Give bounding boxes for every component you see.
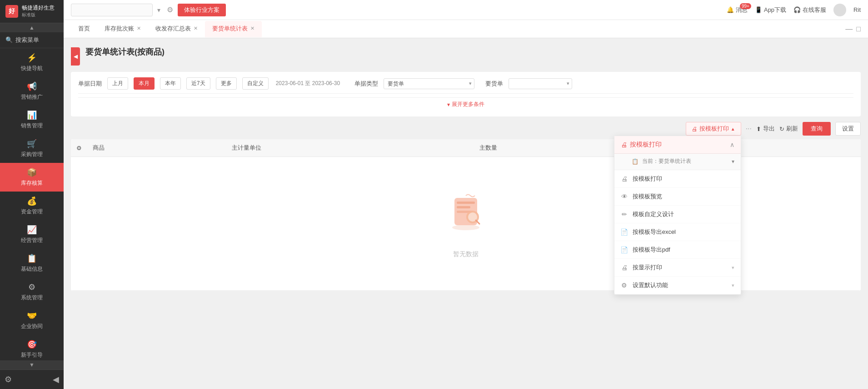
print-btn-label: 按模板打印	[699, 125, 729, 133]
empty-state-row: 暂无数据	[71, 157, 861, 291]
date-btn-more[interactable]: 更多	[216, 77, 237, 90]
sidebar-item-yingxiao[interactable]: 📢 营销推广	[0, 77, 64, 106]
sidebar-nav: ⚡ 快捷导航 📢 营销推广 📊 销售管理 🛒 采购管理 📦 库存核算 💰 资金管…	[0, 48, 64, 360]
dropdown-item-set-default[interactable]: ⚙ 设置默认功能 ▾	[614, 277, 741, 294]
sidebar-item-xinshou[interactable]: 🎯 新手引导	[0, 335, 64, 360]
sidebar-scroll-down[interactable]: ▼	[0, 360, 64, 369]
table-body: 暂无数据	[71, 157, 861, 291]
export-label: 导出	[763, 125, 775, 133]
excel-icon: 📄	[621, 228, 628, 236]
expand-icon: ▾	[447, 101, 450, 108]
base-info-icon: 📋	[27, 253, 37, 263]
headset-icon: 🎧	[793, 6, 801, 13]
type-select[interactable]: 要货单	[384, 78, 474, 89]
dropdown-item-label: 按模板导出pdf	[633, 246, 670, 254]
tab-home[interactable]: 首页	[71, 21, 97, 37]
yaohuodan-filter-label: 要货单	[485, 80, 503, 88]
user-avatar-item[interactable]	[833, 4, 846, 16]
table-container: ⚙ 商品 主计量单位 主数量 零售金额	[71, 139, 861, 291]
close-tab-yaohuo[interactable]: ✕	[250, 25, 254, 31]
sidebar-item-qiye[interactable]: 🤝 企业协同	[0, 306, 64, 335]
sidebar-item-kucun[interactable]: 📦 库存核算	[0, 163, 64, 192]
yaohuodan-select-wrap	[509, 78, 572, 89]
date-btn-lastmonth[interactable]: 上月	[107, 77, 128, 90]
column-settings-icon[interactable]: ⚙	[76, 145, 82, 152]
notifications-item[interactable]: 🔔 消息 99+	[727, 6, 748, 14]
expand-more-btn[interactable]: ▾ 展开更多条件	[78, 97, 853, 111]
close-tab-shoudahui[interactable]: ✕	[194, 25, 198, 31]
date-btn-thisyear[interactable]: 本年	[160, 77, 181, 90]
date-btn-last7[interactable]: 近7天	[186, 77, 210, 90]
app-download-item[interactable]: 📱 App下载	[755, 6, 786, 14]
sidebar-item-zijin[interactable]: 💰 资金管理	[0, 192, 64, 220]
print-dropdown-close-btn[interactable]: ∧	[730, 141, 734, 148]
sidebar-item-label: 资金管理	[21, 208, 43, 216]
date-btn-thismonth[interactable]: 本月	[134, 77, 155, 90]
sidebar-logo: 好 畅捷通好生意 标准版	[0, 0, 64, 23]
maximize-btn[interactable]: □	[856, 25, 861, 33]
tabs-bar: 首页 库存批次账 ✕ 收发存汇总表 ✕ 要货单统计表 ✕ — □	[64, 20, 868, 38]
sidebar-item-label: 库存核算	[21, 179, 43, 187]
dropdown-item-display-print[interactable]: 🖨 按显示打印 ▾	[614, 259, 741, 277]
main-area: ▾ ⚙ 体验行业方案 🔔 消息 99+ 📱 App下载 🎧 在线客服 Rit	[64, 0, 868, 389]
close-tab-kucunpizhanghao[interactable]: ✕	[137, 25, 141, 31]
query-button[interactable]: 查询	[803, 122, 831, 136]
user-name-item[interactable]: Rit	[853, 6, 861, 13]
set-default-label: 设置默认功能	[633, 281, 668, 289]
topbar-search-input[interactable]	[71, 4, 153, 16]
empty-illustration	[443, 189, 489, 243]
sidebar-item-xitong[interactable]: ⚙ 系统管理	[0, 278, 64, 306]
sidebar-item-label: 基础信息	[21, 265, 43, 273]
search-icon: 🔍	[5, 36, 13, 43]
svg-rect-2	[457, 202, 475, 204]
template-preview-icon: 👁	[621, 193, 628, 200]
sidebar-item-caigou[interactable]: 🛒 采购管理	[0, 134, 64, 163]
trial-button[interactable]: 体验行业方案	[178, 4, 226, 16]
dropdown-item-export-pdf[interactable]: 📄 按模板导出pdf	[614, 241, 741, 259]
svg-point-0	[452, 225, 479, 230]
print-btn-wrap: 🖨 按模板打印 ▲ 🖨 按模板打印 ∧ 📋	[686, 122, 741, 136]
online-service-label: 在线客服	[803, 6, 826, 14]
sidebar-scroll-up[interactable]: ▲	[0, 23, 64, 32]
app-logo-text: 畅捷通好生意 标准版	[22, 5, 55, 18]
refresh-label: 刷新	[786, 125, 798, 133]
inventory-icon: 📦	[27, 167, 37, 177]
printer-icon: 🖨	[692, 126, 698, 132]
page-content: ◀ 要货单统计表(按商品) 单据日期 上月 本月 本年 近7天 更多 自定义 2…	[64, 38, 868, 389]
topbar-dropdown-icon[interactable]: ▾	[157, 6, 160, 14]
date-btn-custom[interactable]: 自定义	[242, 77, 269, 90]
more-actions-icon[interactable]: ···	[746, 125, 752, 133]
minimize-btn[interactable]: —	[845, 25, 853, 33]
yaohuodan-select[interactable]	[509, 78, 572, 89]
print-template-button[interactable]: 🖨 按模板打印 ▲	[686, 122, 741, 136]
dropdown-item-template-print[interactable]: 🖨 按模板打印	[614, 170, 741, 188]
display-print-label: 按显示打印	[633, 263, 662, 272]
settings-button[interactable]: 设置	[835, 122, 861, 136]
th-unit: 主计量单位	[226, 139, 474, 157]
dropdown-item-export-excel[interactable]: 📄 按模板导出excel	[614, 223, 741, 241]
tab-kucunpizhanghao[interactable]: 库存批次账 ✕	[97, 21, 148, 37]
collapse-toggle[interactable]: ◀	[71, 47, 80, 66]
sidebar-item-xiaoshou[interactable]: 📊 销售管理	[0, 106, 64, 134]
display-print-left: 🖨 按显示打印	[621, 263, 662, 272]
sidebar-collapse-btn[interactable]: ◀	[53, 374, 59, 384]
sidebar-search-label: 搜索菜单	[15, 36, 39, 44]
refresh-button[interactable]: ↻ 刷新	[779, 125, 798, 133]
empty-text: 暂无数据	[453, 250, 479, 258]
sidebar: 好 畅捷通好生意 标准版 ▲ 🔍 搜索菜单 ⚡ 快捷导航 📢 营销推广 📊 销售…	[0, 0, 64, 389]
sidebar-item-jingying[interactable]: 📈 经营管理	[0, 220, 64, 249]
sidebar-search-item[interactable]: 🔍 搜索菜单	[0, 32, 64, 48]
dropdown-item-template-design[interactable]: ✏ 模板自定义设计	[614, 206, 741, 223]
date-label: 单据日期	[78, 80, 102, 88]
sidebar-item-jichu[interactable]: 📋 基础信息	[0, 249, 64, 278]
sidebar-item-kuaijie[interactable]: ⚡ 快捷导航	[0, 48, 64, 77]
export-button[interactable]: ⬆ 导出	[756, 125, 775, 133]
flash-icon: ⚡	[27, 53, 37, 63]
display-print-icon: 🖨	[621, 264, 628, 271]
topbar-gear-icon[interactable]: ⚙	[167, 5, 173, 14]
sidebar-settings-btn[interactable]: ⚙	[5, 374, 12, 384]
tab-shoudahui[interactable]: 收发存汇总表 ✕	[148, 21, 205, 37]
tab-yaohuo[interactable]: 要货单统计表 ✕	[205, 21, 262, 37]
online-service-item[interactable]: 🎧 在线客服	[793, 6, 826, 14]
dropdown-item-template-preview[interactable]: 👁 按模板预览	[614, 188, 741, 206]
